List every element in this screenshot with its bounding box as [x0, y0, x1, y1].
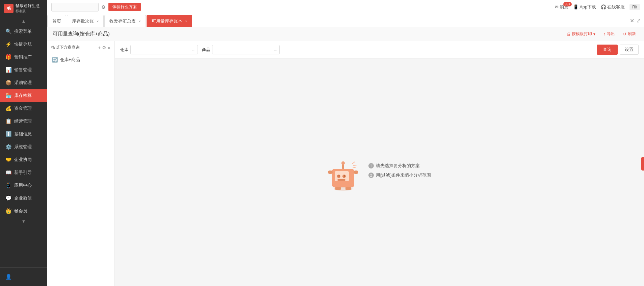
step-text-2: 用[过滤]条件来缩小分析范围 — [376, 172, 431, 178]
product-filter-group: 商品 ... — [202, 45, 280, 54]
marketing-icon: 🎁 — [5, 54, 11, 60]
tab-close-icon[interactable]: ✕ — [630, 17, 634, 24]
sidebar-bottom: 👤 — [0, 267, 47, 286]
operations-icon: 📋 — [5, 118, 11, 124]
sidebar-item-member[interactable]: 👑 畅会员 — [0, 205, 47, 217]
svg-rect-10 — [335, 187, 341, 190]
brand-edition: 标准版 — [16, 9, 40, 14]
svg-rect-7 — [337, 179, 345, 181]
sidebar-item-label: 资金管理 — [14, 105, 32, 111]
right-scrollbar[interactable] — [641, 157, 644, 171]
sidebar-item-sales[interactable]: 📊 销售管理 — [0, 63, 47, 76]
page-header-actions: 🖨 按模板打印 ▾ ↑ 导出 ↺ 刷新 — [564, 30, 639, 38]
warehouse-filter-group: 仓库 ... — [120, 45, 198, 54]
refresh-label: 刷新 — [628, 31, 636, 37]
tab-available-close[interactable]: × — [185, 19, 187, 23]
tab-available-account[interactable]: 可用量库存账本 × — [147, 15, 192, 27]
user-icon: 👤 — [5, 274, 11, 280]
sidebar-item-onboard[interactable]: 📖 新手引导 — [0, 166, 47, 179]
tab-home[interactable]: 首页 — [47, 15, 66, 27]
product-label: 商品 — [202, 47, 210, 53]
page-title: 可用量查询(按仓库+商品) — [53, 31, 110, 37]
sidebar-item-enterprise[interactable]: 🤝 企业协同 — [0, 153, 47, 166]
sidebar-item-quick-nav[interactable]: ⚡ 快捷导航 — [0, 38, 47, 51]
quick-nav-icon: ⚡ — [5, 41, 11, 47]
tab-inventory-summary[interactable]: 收发存汇总表 × — [104, 15, 146, 27]
sidebar-item-system[interactable]: ⚙️ 系统管理 — [0, 140, 47, 153]
warehouse-input[interactable]: ... — [130, 45, 198, 54]
user-profile-button[interactable]: Rit — [629, 4, 640, 10]
step-text-1: 请先选择要分析的方案 — [376, 163, 420, 169]
main-area: ⚙ 体验行业方案 ✉ 消息 99+ 📱 App下载 🎧 在线客服 Rit 首 — [47, 0, 644, 286]
tab-expand-icon[interactable]: ⤢ — [636, 17, 641, 24]
warehouse-more-icon[interactable]: ... — [192, 47, 196, 52]
refresh-button[interactable]: ↺ 刷新 — [620, 30, 639, 38]
sidebar-nav: ▲ 🔍 搜索菜单 ⚡ 快捷导航 🎁 营销推广 📊 销售管理 📦 采购管理 🏪 库… — [0, 17, 47, 267]
refresh-icon: ↺ — [623, 32, 626, 36]
scheme-query-label: 按以下方案查询 — [51, 45, 80, 50]
member-icon: 👑 — [5, 208, 11, 214]
gear-icon[interactable]: ⚙ — [101, 4, 106, 10]
sidebar-item-basic-info[interactable]: ℹ️ 基础信息 — [0, 128, 47, 140]
sidebar-user-item[interactable]: 👤 — [0, 270, 47, 283]
query-button[interactable]: 查询 — [597, 45, 618, 55]
sidebar-item-label: 搜索菜单 — [14, 28, 32, 34]
tab-batch-account[interactable]: 库存批次账 × — [67, 15, 104, 27]
print-dropdown-icon[interactable]: ▾ — [593, 32, 595, 36]
sidebar-item-search[interactable]: 🔍 搜索菜单 — [0, 25, 47, 38]
sidebar-item-label: 营销推广 — [14, 54, 32, 60]
headset-icon: 🎧 — [601, 4, 606, 9]
sidebar-item-label: 应用中心 — [14, 182, 32, 188]
sidebar-item-wechat[interactable]: 💬 企业微信 — [0, 192, 47, 205]
robot-svg — [328, 157, 358, 191]
finance-icon: 💰 — [5, 105, 11, 111]
app-download-button[interactable]: 📱 App下载 — [573, 4, 596, 10]
tabs-bar: 首页 库存批次账 × 收发存汇总表 × 可用量库存账本 × ✕ ⤢ — [47, 14, 644, 27]
brand-logo: 畅 — [4, 4, 14, 13]
tabs-actions: ✕ ⤢ — [630, 17, 641, 24]
collapse-panel-button[interactable]: « — [108, 45, 110, 50]
svg-rect-12 — [328, 171, 333, 174]
step-num-1: 1 — [368, 163, 374, 168]
sidebar-item-label: 采购管理 — [14, 80, 32, 86]
topbar-search-input[interactable] — [51, 3, 99, 11]
sidebar-item-operations[interactable]: 📋 经营管理 — [0, 115, 47, 128]
svg-point-5 — [338, 175, 340, 177]
sidebar-item-marketing[interactable]: 🎁 营销推广 — [0, 51, 47, 63]
message-button[interactable]: ✉ 消息 99+ — [555, 4, 568, 10]
empty-state: 1 请先选择要分析的方案 2 用[过滤]条件来缩小分析范围 — [115, 58, 644, 286]
sidebar-item-inventory[interactable]: 🏪 库存核算 — [0, 89, 47, 102]
scheme-icon: 🔄 — [52, 57, 58, 62]
scroll-up-btn[interactable]: ▲ — [0, 17, 47, 25]
brand-name: 畅康通好生意 — [16, 3, 40, 9]
sidebar-item-finance[interactable]: 💰 资金管理 — [0, 102, 47, 115]
product-input[interactable]: ... — [212, 45, 280, 54]
app-center-icon: 📱 — [5, 182, 11, 188]
export-icon: ↑ — [603, 32, 606, 36]
printer-icon: 🖨 — [566, 32, 570, 36]
svg-line-15 — [354, 165, 356, 165]
purchase-icon: 📦 — [5, 80, 11, 86]
setting-button[interactable]: 设置 — [620, 45, 639, 55]
trial-button[interactable]: 体验行业方案 — [108, 3, 141, 11]
online-service-button[interactable]: 🎧 在线客服 — [601, 4, 625, 10]
system-icon: ⚙️ — [5, 144, 11, 150]
svg-line-16 — [353, 167, 356, 168]
username: Rit — [632, 5, 637, 9]
product-more-icon[interactable]: ... — [274, 47, 277, 52]
step-num-2: 2 — [368, 173, 374, 178]
topbar-right: ✉ 消息 99+ 📱 App下载 🎧 在线客服 Rit — [555, 4, 640, 10]
message-badge: 99+ — [563, 2, 572, 6]
tab-home-label: 首页 — [52, 18, 61, 24]
scroll-down-btn[interactable]: ▼ — [0, 217, 47, 225]
add-scheme-button[interactable]: + — [98, 45, 101, 50]
export-button[interactable]: ↑ 导出 — [601, 30, 618, 38]
settings-scheme-button[interactable]: ⚙ — [102, 45, 106, 50]
sidebar-item-app-center[interactable]: 📱 应用中心 — [0, 179, 47, 192]
print-button[interactable]: 🖨 按模板打印 ▾ — [564, 30, 598, 38]
sidebar-item-purchase[interactable]: 📦 采购管理 — [0, 76, 47, 89]
svg-point-6 — [344, 175, 345, 177]
tab-summary-close[interactable]: × — [138, 19, 140, 23]
tab-batch-close[interactable]: × — [97, 19, 99, 23]
scheme-item-warehouse-product[interactable]: 🔄 仓库+商品 — [47, 54, 114, 66]
